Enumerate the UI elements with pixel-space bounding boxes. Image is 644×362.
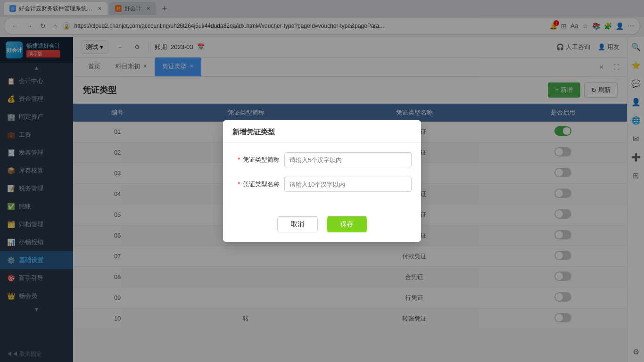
required-asterisk-2: * xyxy=(238,181,240,188)
full-name-row: * 凭证类型名称 xyxy=(232,177,412,192)
dialog-title: 新增凭证类型 xyxy=(223,120,421,143)
save-button[interactable]: 保存 xyxy=(327,216,367,232)
short-name-row: * 凭证类型简称 xyxy=(232,152,412,167)
full-name-input[interactable] xyxy=(284,177,412,192)
dialog-body: * 凭证类型简称 * 凭证类型名称 xyxy=(223,143,421,211)
cancel-button[interactable]: 取消 xyxy=(277,216,318,232)
dialog-overlay: 新增凭证类型 * 凭证类型简称 * 凭证类型名称 取消 保存 xyxy=(0,0,644,362)
dialog-footer: 取消 保存 xyxy=(223,211,421,242)
short-name-label: * 凭证类型简称 xyxy=(232,156,280,164)
add-voucher-type-dialog: 新增凭证类型 * 凭证类型简称 * 凭证类型名称 取消 保存 xyxy=(223,120,421,242)
short-name-input[interactable] xyxy=(284,152,412,167)
required-asterisk-1: * xyxy=(238,156,240,163)
full-name-label: * 凭证类型名称 xyxy=(232,180,280,189)
